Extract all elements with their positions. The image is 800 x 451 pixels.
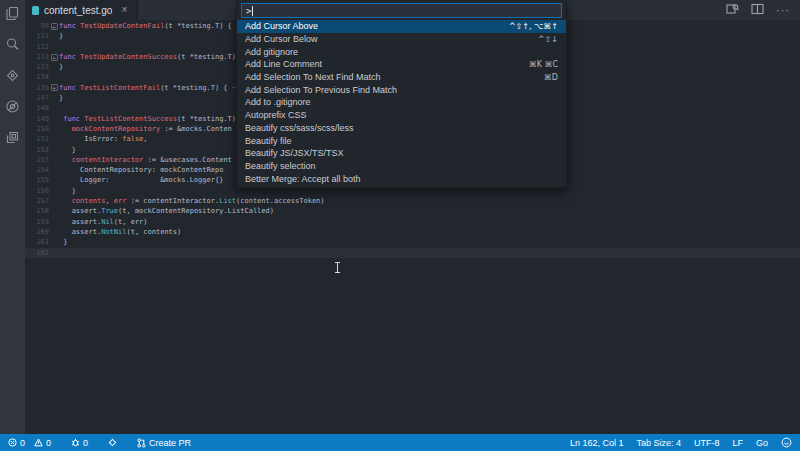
status-bug-count[interactable]: 0 [71,438,88,448]
command-shortcut: ⌘K ⌘C [529,60,558,69]
line-number: 154 [25,165,49,175]
code-text: assert.NotNil(t, contents) [59,227,181,237]
code-line-157[interactable]: 157 contents, err := contentInteractor.L… [25,196,800,206]
command-input-value: > [246,6,251,16]
line-number: 135 [25,83,49,93]
line-number: 162 [25,248,49,258]
status-errors[interactable]: 0 [8,438,25,448]
status-encoding[interactable]: UTF-8 [694,438,720,448]
code-text: } [59,145,76,155]
code-text: func TestUpdateContenFail(t *testing.T) … [59,21,240,31]
code-text: func TestUpdateContenSuccess(t *testing.… [59,52,236,62]
command-shortcut: ^⇧↓ [538,35,558,44]
code-line-161[interactable]: 161 } [25,237,800,247]
fold-marker-icon[interactable]: + [49,83,59,93]
line-number: 150 [25,124,49,134]
line-number: 151 [25,134,49,144]
line-number: 149 [25,114,49,124]
fold-column [49,155,59,165]
code-text: } [59,237,67,247]
command-item[interactable]: Add Cursor Below^⇧↓ [237,33,566,46]
code-text: func TestListContentFail(t *testing.T) {… [59,83,236,93]
code-line-160[interactable]: 160 assert.NotNil(t, contents) [25,227,800,237]
command-item[interactable]: Better Merge: Accept all both [237,172,566,185]
search-icon [5,37,20,56]
code-text: } [59,93,63,103]
status-label: Ln 162, Col 1 [570,438,624,448]
status-bar: 000Create PR Ln 162, Col 1Tab Size: 4UTF… [0,434,800,451]
fold-column [49,237,59,247]
code-line-158[interactable]: 158 assert.True(t, mockContentRepository… [25,206,800,216]
code-text: } [59,31,63,41]
activity-search[interactable] [0,31,25,62]
tab-content-test-go[interactable]: content_test.go × [25,0,138,20]
fold-marker-icon[interactable]: + [49,21,59,31]
activity-explorer[interactable] [0,0,25,31]
more-actions-icon[interactable]: ··· [776,6,790,14]
status-label: 0 [46,438,51,448]
fold-column [49,196,59,206]
command-input[interactable]: > [241,3,562,18]
open-preview-icon[interactable] [726,1,739,19]
status-label: UTF-8 [694,438,720,448]
command-item[interactable]: Beautify file [237,134,566,147]
fold-column [49,227,59,237]
fold-column [49,145,59,155]
close-icon[interactable]: × [121,5,127,15]
status-eol[interactable]: LF [732,438,743,448]
editor-actions: ··· [726,0,800,20]
status-cursor-position[interactable]: Ln 162, Col 1 [570,438,624,448]
command-item[interactable]: Add Selection To Next Find Match⌘D [237,71,566,84]
warning-icon [34,438,43,447]
text-caret [252,6,253,16]
tab-label: content_test.go [44,5,112,16]
activity-extensions[interactable] [0,124,25,155]
fold-column [49,103,59,113]
code-line-162[interactable]: 162 [25,248,800,258]
command-label: Beautify selection [245,161,316,171]
files-icon [5,6,20,25]
status-label: 0 [20,438,25,448]
command-item[interactable]: Add gitignore [237,45,566,58]
status-create-pr[interactable]: Create PR [137,438,191,448]
activity-source-control[interactable] [0,62,25,93]
code-text: IsError: false, [59,134,148,144]
status-bar-right: Ln 162, Col 1Tab Size: 4UTF-8LFGo [570,437,800,448]
fold-column [49,248,59,258]
diamond-icon [108,438,117,447]
line-number: 111 [25,31,49,41]
line-number: 148 [25,103,49,113]
status-gitlens[interactable] [108,438,117,447]
line-number: 113 [25,52,49,62]
go-file-icon [32,6,39,15]
line-number: 152 [25,145,49,155]
command-label: Add Line Comment [245,59,322,69]
status-indentation[interactable]: Tab Size: 4 [636,438,681,448]
extensions-icon [5,130,20,149]
command-label: Autoprefix CSS [245,110,307,120]
fold-column [49,42,59,52]
code-text: } [59,62,63,72]
code-text: } [59,186,76,196]
fold-marker-icon[interactable]: + [49,52,59,62]
status-language-mode[interactable]: Go [756,438,768,448]
line-number: 133 [25,62,49,72]
split-editor-icon[interactable] [751,1,764,19]
command-item[interactable]: Add Selection To Previous Find Match [237,83,566,96]
line-number: 159 [25,217,49,227]
status-warnings[interactable]: 0 [34,438,51,448]
command-item[interactable]: Autoprefix CSS [237,109,566,122]
command-label: Beautify file [245,136,292,146]
code-line-159[interactable]: 159 assert.Nil(t, err) [25,217,800,227]
command-item[interactable]: Add to .gitignore [237,96,566,109]
activity-debug[interactable] [0,93,25,124]
status-label: Go [756,438,768,448]
command-label: Add Cursor Below [245,34,318,44]
command-item[interactable]: Beautify JS/JSX/TS/TSX [237,147,566,160]
command-item[interactable]: Beautify css/sass/scss/less [237,122,566,135]
status-feedback[interactable] [781,437,792,448]
command-item[interactable]: Add Line Comment⌘K ⌘C [237,58,566,71]
debug-icon [5,99,20,118]
command-item[interactable]: Beautify selection [237,160,566,173]
command-item[interactable]: Add Cursor Above^⇧↑, ⌥⌘↑ [237,20,566,33]
